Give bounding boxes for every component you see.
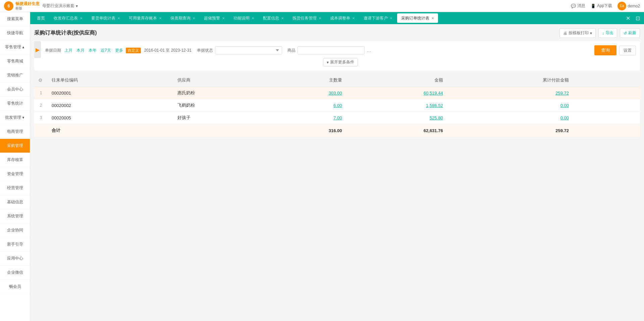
tab-pick-task[interactable]: 拣货任务管理 ✕ [288,13,325,23]
user-profile[interactable]: Ea demo2 [618,2,640,10]
footer-empty2 [573,124,640,137]
tab-func-desc[interactable]: 功能说明 ✕ [229,13,258,23]
cell-paid-amount[interactable]: 0.00 [447,112,573,124]
shortcut-last-7-days[interactable]: 近7天 [99,47,112,54]
tab-demand-stats[interactable]: 要货单统计表 ✕ [87,13,124,23]
cell-unit-code: 00020005 [48,112,173,124]
cell-qty[interactable]: 7.00 [267,112,346,124]
date-custom-badge[interactable]: 自定义 [126,48,141,53]
cell-amount[interactable]: 525.80 [346,112,447,124]
sidebar-item-inventory[interactable]: 库存核算 [0,153,30,167]
footer-amount: 62,631.76 [346,124,447,137]
cell-amount[interactable]: 1,586.52 [346,99,447,112]
cell-paid-amount[interactable]: 0.00 [447,99,573,112]
filter-row-1: 单据日期 上月 本月 本年 近7天 更多 自定义 2016-01-01 至 20… [45,45,636,55]
search-button[interactable]: 查询 [594,45,616,55]
settings-button[interactable]: 设置 [619,46,636,55]
tab-collect-pay[interactable]: 收发存汇总表 ✕ [50,13,87,23]
goods-input[interactable] [298,46,365,54]
th-qty: 主数量 [267,74,346,87]
table-row: 2 00020002 飞鹤奶粉 6.00 1,586.52 0.00 [34,99,640,112]
cell-unit-code: 00020002 [48,99,173,112]
sidebar-item-finance[interactable]: 资金管理 [0,167,30,181]
nav-tabs-right: ✕ ⊡ [625,15,641,21]
status-select[interactable] [215,46,282,54]
column-settings-icon[interactable]: ⚙ [38,77,43,83]
close-tab-overstock[interactable]: ✕ [222,16,225,20]
sidebar-item-enterprise[interactable]: 企业协同 [0,223,30,237]
close-tab-available-inv[interactable]: ✕ [159,16,162,20]
close-tab-invite-downstream[interactable]: ✕ [390,16,392,20]
sidebar-item-quick-nav[interactable]: 快捷导航 [0,26,30,40]
sidebar-item-system-mgmt[interactable]: 系统管理 [0,209,30,223]
date-filter: 单据日期 上月 本月 本年 近7天 更多 自定义 2016-01-01 至 20… [45,47,192,54]
tab-config-info[interactable]: 配置信息 ✕ [259,13,288,23]
sidebar-item-enterprise-wechat[interactable]: 企业微信 [0,266,30,280]
cell-empty [573,112,640,124]
filter-section-content: 单据日期 上月 本月 本年 近7天 更多 自定义 2016-01-01 至 20… [41,41,640,70]
expand-filters-button[interactable]: ▾ 展开更多条件 [323,58,358,66]
sidebar: 搜索英单 快捷导航 零售管理 ▲ 零售商城 营销推广 会员中心 零售统计 批发管… [0,12,30,321]
sidebar-item-member-center[interactable]: 会员中心 [0,83,30,97]
cell-supplier: 好孩子 [173,112,267,124]
maximize-tab-action[interactable]: ⊡ [634,15,641,21]
logo-text: 畅捷通好生意 标版 [15,1,40,10]
close-tab-demand-stats[interactable]: ✕ [117,16,120,20]
close-tab-collect-pay[interactable]: ✕ [80,16,83,20]
sidebar-item-member[interactable]: 畅会员 [0,280,30,294]
close-tab-config-info[interactable]: ✕ [281,16,284,20]
sidebar-item-wholesale-mgmt[interactable]: 批发管理 ▼ [0,111,30,125]
tab-invite-downstream[interactable]: 邀请下游客户 ✕ [360,13,396,23]
filter-buttons: 查询 设置 [594,45,636,55]
sidebar-item-purchase-mgmt[interactable]: 采购管理 [0,139,30,153]
cell-qty[interactable]: 6.00 [267,99,346,112]
sidebar-item-app-center[interactable]: 应用中心 [0,252,30,266]
close-tab-purchase-order-stats[interactable]: ✕ [431,16,434,20]
cell-amount[interactable]: 60,519.44 [346,87,447,99]
shortcut-this-year[interactable]: 本年 [87,47,98,54]
th-supplier: 供应商 [173,74,267,87]
collapse-toggle[interactable]: ▶ [34,41,41,58]
close-tab-func-desc[interactable]: ✕ [252,16,254,20]
close-tab-pick-task[interactable]: ✕ [319,16,321,20]
sidebar-item-search[interactable]: 搜索英单 [0,12,30,26]
sidebar-item-retail-stats[interactable]: 零售统计 [0,97,30,111]
tab-cost-adjust[interactable]: 成本调整单 ✕ [326,13,359,23]
export-button[interactable]: ↓ 导出 [598,28,617,38]
sidebar-item-operations[interactable]: 经营管理 [0,181,30,195]
template-print-button[interactable]: 🖨 按模板打印 ▾ [559,28,596,38]
app-download-button[interactable]: 📱 App下载 [591,3,612,9]
message-icon: 💬 [571,4,576,8]
sidebar-item-marketing[interactable]: 营销推广 [0,68,30,83]
sidebar-item-retail-store[interactable]: 零售商城 [0,54,30,68]
data-table: ⚙ 往来单位编码 供应商 主数量 金额 累计付款金额 1 00020001 惠氏… [34,74,640,137]
footer-paid-amount: 259.72 [447,124,573,137]
cell-empty [573,87,640,99]
sidebar-item-basic-info[interactable]: 基础信息 [0,195,30,209]
cell-qty[interactable]: 303.00 [267,87,346,99]
shortcut-more[interactable]: 更多 [114,47,124,54]
shortcut-last-month[interactable]: 上月 [63,47,74,54]
close-tab-cost-adjust[interactable]: ✕ [352,16,355,20]
cell-paid-amount[interactable]: 259.72 [447,87,573,99]
close-tab-action[interactable]: ✕ [625,15,632,21]
goods-more-icon[interactable]: … [367,48,371,53]
workspace-selector[interactable]: 母婴行业演示账套 ▾ [42,3,78,9]
sidebar-item-new-guide[interactable]: 新手引导 [0,237,30,252]
row-num: 3 [34,112,48,124]
tab-purchase-order-stats[interactable]: 采购订单统计表 ✕ [397,13,438,23]
tab-warranty[interactable]: 保质期查询 ✕ [166,13,199,23]
tab-available-inv[interactable]: 可用量库存账本 ✕ [125,13,166,23]
sidebar-item-retail-mgmt[interactable]: 零售管理 ▲ [0,40,30,54]
close-tab-warranty[interactable]: ✕ [193,16,195,20]
table-header-row: ⚙ 往来单位编码 供应商 主数量 金额 累计付款金额 [34,74,640,87]
message-button[interactable]: 💬 消息 [571,3,585,9]
refresh-button[interactable]: ↺ 刷新 [620,28,640,38]
download-icon: 📱 [591,4,596,8]
table-footer: 合计 316.00 62,631.76 259.72 [34,124,640,137]
tab-home[interactable]: 首页 [33,13,49,23]
shortcut-this-month[interactable]: 本月 [75,47,86,54]
tab-overstock[interactable]: 超储预警 ✕ [200,13,229,23]
sidebar-item-ecommerce[interactable]: 电商管理 [0,125,30,139]
table-container: ⚙ 往来单位编码 供应商 主数量 金额 累计付款金额 1 00020001 惠氏… [34,74,640,137]
